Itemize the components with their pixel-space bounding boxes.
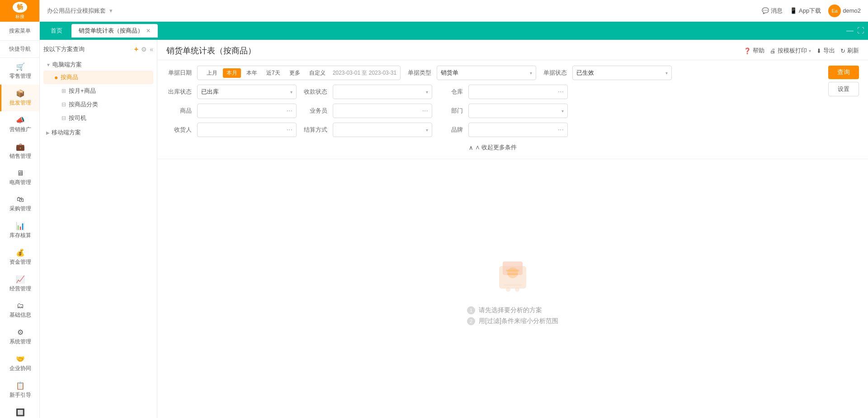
payment-method-label: 结算方式 bbox=[302, 126, 327, 134]
sidebar-item-cooperation[interactable]: 🤝 企业协同 bbox=[0, 350, 39, 377]
date-tab-this-month[interactable]: 本月 bbox=[223, 68, 241, 78]
date-tab-custom[interactable]: 自定义 bbox=[306, 68, 329, 78]
sidebar-item-sales[interactable]: 💼 销售管理 bbox=[0, 138, 39, 165]
tree-section-mobile[interactable]: ▶ 移动端方案 bbox=[43, 127, 153, 138]
receipt-status-label: 收款状态 bbox=[302, 88, 327, 96]
print-link[interactable]: 🖨 按模板打印 ▾ bbox=[770, 47, 811, 55]
collapse-icon: ∧ bbox=[469, 144, 473, 151]
goods-dots-icon[interactable]: ··· bbox=[287, 107, 292, 115]
tip-2-text: 用[过滤]条件来缩小分析范围 bbox=[479, 317, 558, 325]
system-icon: ⚙ bbox=[17, 328, 24, 337]
recipient-dots-icon[interactable]: ··· bbox=[287, 126, 292, 134]
user-name: demo2 bbox=[843, 7, 861, 14]
sidebar-item-inventory[interactable]: 📊 库存核算 bbox=[0, 217, 39, 244]
date-tab-more[interactable]: 更多 bbox=[286, 68, 304, 78]
sidebar-search[interactable]: 搜索菜单 bbox=[0, 22, 39, 41]
tab-maximize-button[interactable]: ⛶ bbox=[857, 27, 864, 35]
tab-sales-stats[interactable]: 销货单统计表（按商品） ✕ bbox=[71, 24, 158, 38]
department-label: 部门 bbox=[438, 107, 463, 115]
date-tab-last-month[interactable]: 上月 bbox=[203, 68, 221, 78]
receipt-status-control[interactable]: ▾ bbox=[333, 85, 432, 99]
date-tab-7days[interactable]: 近7天 bbox=[263, 68, 284, 78]
query-button[interactable]: 查询 bbox=[828, 66, 859, 79]
sidebar-item-basic[interactable]: 🗂 基础信息 bbox=[0, 297, 39, 323]
payment-method-control[interactable]: ▾ bbox=[333, 123, 432, 137]
settings-button[interactable]: 设置 bbox=[828, 82, 859, 96]
sidebar-item-label: 经营管理 bbox=[9, 285, 31, 293]
export-link[interactable]: ⬇ 导出 bbox=[816, 47, 835, 55]
doc-status-label: 单据状态 bbox=[542, 69, 567, 77]
avatar: Ea bbox=[828, 5, 841, 17]
doc-type-control[interactable]: 销货单 ▾ bbox=[437, 66, 536, 80]
sidebar-item-system[interactable]: ⚙ 系统管理 bbox=[0, 323, 39, 350]
sidebar-item-label: 新手引导 bbox=[9, 391, 31, 399]
tree-arrow-right-icon: ▶ bbox=[46, 130, 50, 135]
sidebar-item-label: 系统管理 bbox=[9, 338, 31, 346]
brand-control[interactable]: ··· bbox=[468, 123, 568, 137]
tab-home[interactable]: 首页 bbox=[43, 24, 70, 38]
tree-item-goods-category[interactable]: ⊟ 按商品分类 bbox=[43, 98, 153, 111]
tree-item-label: 按商品分类 bbox=[69, 100, 98, 109]
tab-minimize-button[interactable]: — bbox=[846, 27, 854, 35]
storage-control[interactable]: ··· bbox=[468, 85, 568, 99]
sidebar-item-wholesale[interactable]: 📦 批发管理 bbox=[0, 85, 39, 111]
sidebar-item-guide[interactable]: 📋 新手引导 bbox=[0, 377, 39, 404]
collapse-panel-button[interactable]: « bbox=[150, 45, 153, 53]
salesperson-dots-icon[interactable]: ··· bbox=[422, 107, 428, 115]
sidebar-item-retail[interactable]: 🛒 零售管理 bbox=[0, 58, 39, 85]
date-filter-control[interactable]: 上月 本月 本年 近7天 更多 自定义 2023-03-01 至 2023-03… bbox=[197, 66, 401, 80]
salesperson-control[interactable]: ··· bbox=[333, 104, 432, 118]
warehouse-control[interactable]: 已出库 ▾ bbox=[197, 85, 297, 99]
tree-item-by-goods[interactable]: ● 按商品 bbox=[43, 71, 153, 84]
tree-section-desktop[interactable]: ▼ 电脑端方案 bbox=[43, 59, 153, 71]
sidebar-item-marketing[interactable]: 📣 营销推广 bbox=[0, 111, 39, 138]
ecommerce-icon: 🖥 bbox=[17, 169, 24, 177]
storage-dots-icon[interactable]: ··· bbox=[558, 88, 564, 96]
help-link[interactable]: ❓ 帮助 bbox=[744, 47, 764, 55]
refresh-link[interactable]: ↻ 刷新 bbox=[840, 47, 859, 55]
scheme-settings-button[interactable]: ⚙ bbox=[141, 45, 147, 53]
tree-item-label: 按商品 bbox=[61, 73, 78, 81]
inventory-icon: 📊 bbox=[16, 222, 25, 230]
doc-status-arrow-icon: ▾ bbox=[665, 71, 668, 76]
tree-arrow-down-icon: ▼ bbox=[46, 62, 51, 67]
sidebar: 畅 标搜 搜索菜单 快捷导航 🛒 零售管理 📦 批发管理 📣 营销推广 💼 销售… bbox=[0, 0, 40, 418]
sidebar-item-finance[interactable]: 💰 资金管理 bbox=[0, 244, 39, 271]
doc-status-control[interactable]: 已生效 ▾ bbox=[572, 66, 672, 80]
message-button[interactable]: 💬 消息 bbox=[762, 7, 783, 15]
collapse-filter-button[interactable]: ∧ ∧ 收起更多条件 bbox=[463, 142, 523, 153]
add-scheme-button[interactable]: + bbox=[134, 45, 138, 53]
sidebar-item-label: 批发管理 bbox=[9, 99, 31, 107]
app-download-button[interactable]: 📱 App下载 bbox=[790, 7, 821, 15]
apps-icon: 🔲 bbox=[16, 408, 25, 417]
sidebar-item-ecommerce[interactable]: 🖥 电商管理 bbox=[0, 165, 39, 191]
date-label: 单据日期 bbox=[166, 69, 192, 77]
header-left: 办公用品行业模拟账套 ▾ bbox=[47, 7, 113, 15]
sidebar-item-apps[interactable]: 🔲 应用中心 bbox=[0, 404, 39, 418]
sidebar-quick-nav[interactable]: 快捷导航 bbox=[0, 41, 39, 58]
recipient-control[interactable]: ··· bbox=[197, 123, 297, 137]
brand-dots-icon[interactable]: ··· bbox=[558, 126, 564, 134]
quick-nav-button[interactable]: 快捷导航 bbox=[0, 43, 39, 56]
user-menu[interactable]: Ea demo2 bbox=[828, 5, 861, 17]
sidebar-item-label: 销售管理 bbox=[9, 152, 31, 160]
sidebar-item-operations[interactable]: 📈 经营管理 bbox=[0, 271, 39, 297]
sidebar-item-label: 电商管理 bbox=[9, 179, 31, 186]
industry-dropdown-icon[interactable]: ▾ bbox=[109, 7, 113, 14]
department-control[interactable]: ▾ bbox=[468, 104, 568, 118]
sidebar-menu: 🛒 零售管理 📦 批发管理 📣 营销推广 💼 销售管理 🖥 电商管理 🛍 采购管… bbox=[0, 58, 39, 418]
basic-icon: 🗂 bbox=[17, 302, 24, 310]
sidebar-item-label: 零售管理 bbox=[9, 72, 31, 80]
goods-control[interactable]: ··· bbox=[197, 104, 297, 118]
tab-close-icon[interactable]: ✕ bbox=[146, 28, 151, 34]
svg-point-6 bbox=[506, 287, 510, 292]
search-menu-button[interactable]: 搜索菜单 bbox=[3, 25, 37, 37]
sub-item-icon: ⊟ bbox=[61, 101, 66, 108]
sidebar-item-label: 基础信息 bbox=[9, 311, 31, 319]
finance-icon: 💰 bbox=[16, 248, 25, 257]
tree-item-driver[interactable]: ⊟ 按司机 bbox=[43, 111, 153, 125]
tree-item-month-goods[interactable]: ⊞ 按月+商品 bbox=[43, 84, 153, 98]
date-tab-this-year[interactable]: 本年 bbox=[243, 68, 261, 78]
sidebar-item-purchase[interactable]: 🛍 采购管理 bbox=[0, 191, 39, 217]
tree-item-label: 按月+商品 bbox=[69, 87, 96, 95]
